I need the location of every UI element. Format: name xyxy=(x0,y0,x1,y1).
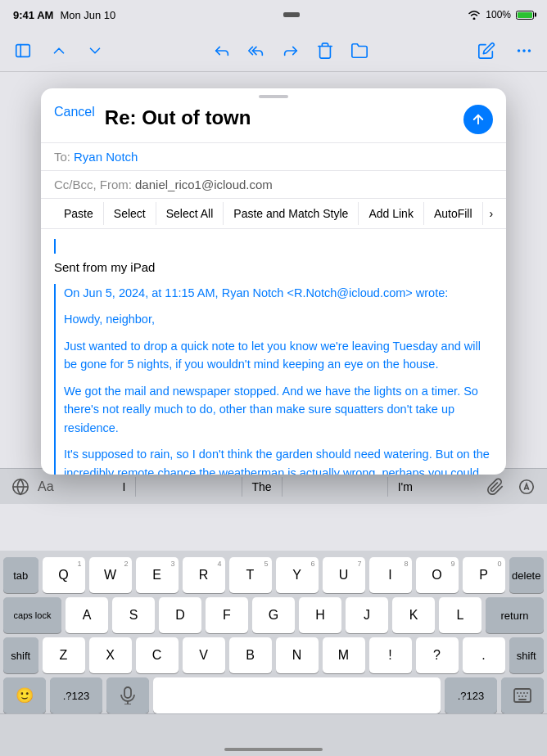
key-l[interactable]: L xyxy=(439,597,481,633)
num-switch-key[interactable]: .?123 xyxy=(50,677,102,713)
folder-icon xyxy=(350,42,368,60)
key-h[interactable]: H xyxy=(299,597,341,633)
pred-word-2[interactable]: The xyxy=(242,477,283,497)
cc-field[interactable]: Cc/Bcc, From: daniel_rico1@icloud.com xyxy=(41,171,506,199)
num-switch-2-label: .?123 xyxy=(458,691,485,701)
format-button[interactable] xyxy=(513,473,540,501)
chevron-down-icon xyxy=(86,42,104,60)
key-a[interactable]: A xyxy=(66,597,108,633)
caps-lock-key[interactable]: caps lock xyxy=(3,597,61,633)
sidebar-icon xyxy=(14,42,32,60)
question-key[interactable]: ? xyxy=(416,637,459,673)
key-q[interactable]: 1Q xyxy=(43,557,85,593)
keyboard-row-1: tab 1Q 2W 3E 4R 5T 6Y 7U 8I 9O 0P delete xyxy=(0,557,547,593)
add-link-button[interactable]: Add Link xyxy=(359,202,423,225)
key-z[interactable]: Z xyxy=(43,637,85,673)
key-o[interactable]: 9O xyxy=(416,557,459,593)
key-k[interactable]: K xyxy=(392,597,435,633)
key-e[interactable]: 3E xyxy=(136,557,179,593)
select-button[interactable]: Select xyxy=(104,202,156,225)
key-f[interactable]: F xyxy=(206,597,248,633)
delete-key[interactable]: delete xyxy=(509,557,545,593)
trash-button[interactable] xyxy=(312,38,338,64)
prev-button[interactable] xyxy=(46,38,72,64)
key-w[interactable]: 2W xyxy=(89,557,132,593)
key-r[interactable]: 4R xyxy=(183,557,225,593)
tab-key[interactable]: tab xyxy=(3,557,38,593)
cursor-container xyxy=(54,239,493,254)
compose-body[interactable]: Sent from my iPad On Jun 5, 2024, at 11:… xyxy=(41,229,506,475)
return-key[interactable]: return xyxy=(486,597,544,633)
quote-para2: Just wanted to drop a quick note to let … xyxy=(64,337,493,374)
svg-point-2 xyxy=(523,50,525,52)
num-switch-label: .?123 xyxy=(63,691,90,701)
quote-para3: We got the mail and newspaper stopped. A… xyxy=(64,382,493,437)
key-n[interactable]: N xyxy=(276,637,319,673)
emoji-globe-icon[interactable] xyxy=(7,473,34,501)
emoji-key[interactable]: 🙂 xyxy=(3,677,46,713)
reply-all-button[interactable] xyxy=(243,38,269,64)
toolbar-left xyxy=(10,38,108,64)
to-field[interactable]: To: Ryan Notch xyxy=(41,143,506,171)
aa-label[interactable]: Aa xyxy=(38,479,54,494)
status-time: 9:41 AM xyxy=(13,9,53,21)
key-g[interactable]: G xyxy=(252,597,295,633)
key-x[interactable]: X xyxy=(89,637,132,673)
key-b[interactable]: B xyxy=(229,637,272,673)
caps-lock-label: caps lock xyxy=(14,611,52,620)
send-icon xyxy=(471,112,486,127)
cancel-button[interactable]: Cancel xyxy=(54,105,95,119)
period-key[interactable]: . xyxy=(463,637,505,673)
shift-right-key[interactable]: shift xyxy=(509,637,545,673)
select-all-button[interactable]: Select All xyxy=(156,202,224,225)
text-cursor xyxy=(54,239,56,254)
svg-rect-0 xyxy=(16,44,30,56)
key-i[interactable]: 8I xyxy=(369,557,412,593)
reply-all-icon xyxy=(247,42,265,60)
mic-key[interactable] xyxy=(106,677,149,713)
status-bar: 9:41 AM Mon Jun 10 100% xyxy=(0,0,547,29)
shift-label: shift xyxy=(11,650,30,661)
key-t[interactable]: 5T xyxy=(229,557,272,593)
status-date: Mon Jun 10 xyxy=(60,9,115,21)
keyboard-switch-key[interactable] xyxy=(501,677,544,713)
pred-word-1[interactable]: I xyxy=(113,477,137,497)
key-s[interactable]: S xyxy=(112,597,155,633)
key-u[interactable]: 7U xyxy=(323,557,365,593)
exclamation-key[interactable]: ! xyxy=(369,637,412,673)
svg-rect-9 xyxy=(124,687,131,698)
next-button[interactable] xyxy=(82,38,108,64)
key-m[interactable]: M xyxy=(323,637,365,673)
attachment-button[interactable] xyxy=(481,473,509,501)
key-p[interactable]: 0P xyxy=(463,557,505,593)
more-icon xyxy=(515,42,533,60)
attachment-icon xyxy=(486,478,504,496)
key-j[interactable]: J xyxy=(346,597,388,633)
signature: Sent from my iPad xyxy=(54,260,493,274)
keyboard-row-2: caps lock A S D F G H J K L return xyxy=(0,597,547,633)
key-v[interactable]: V xyxy=(183,637,225,673)
key-c[interactable]: C xyxy=(136,637,179,673)
more-context-button[interactable]: › xyxy=(483,202,500,225)
send-button[interactable] xyxy=(463,105,493,134)
compose-button[interactable] xyxy=(473,38,500,64)
paste-match-button[interactable]: Paste and Match Style xyxy=(224,202,359,225)
forward-icon xyxy=(282,42,300,60)
chevron-up-icon xyxy=(50,42,68,60)
more-button[interactable] xyxy=(511,38,537,64)
forward-button[interactable] xyxy=(278,38,304,64)
key-y[interactable]: 6Y xyxy=(276,557,319,593)
folder-button[interactable] xyxy=(346,38,373,64)
sidebar-toggle-button[interactable] xyxy=(10,38,36,64)
paste-button[interactable]: Paste xyxy=(54,202,104,225)
pred-word-3[interactable]: I'm xyxy=(387,477,423,497)
space-key[interactable] xyxy=(153,677,441,713)
keyboard[interactable]: tab 1Q 2W 3E 4R 5T 6Y 7U 8I 9O 0P delete… xyxy=(0,551,547,713)
to-value: Ryan Notch xyxy=(74,150,138,164)
key-d[interactable]: D xyxy=(159,597,201,633)
autofill-button[interactable]: AutoFill xyxy=(424,202,483,225)
reply-button[interactable] xyxy=(209,38,235,64)
shift-left-key[interactable]: shift xyxy=(3,637,38,673)
num-switch-key-2[interactable]: .?123 xyxy=(445,677,497,713)
battery-icon xyxy=(516,11,534,20)
